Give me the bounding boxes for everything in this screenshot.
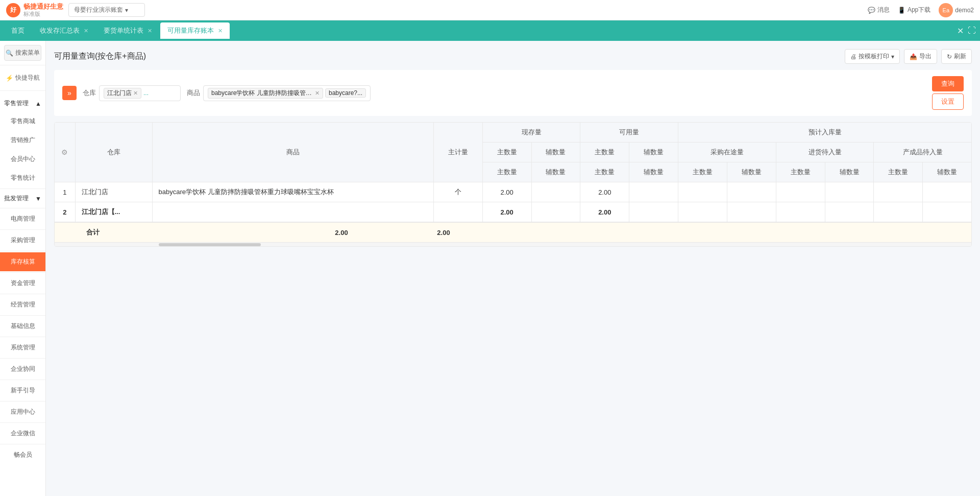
message-btn[interactable]: 💬 消息 xyxy=(868,6,890,14)
sidebar-item-purchase[interactable]: 采购管理 xyxy=(0,231,45,250)
close-window-icon[interactable]: ✕ xyxy=(957,26,964,36)
chevron-down-icon: ▼ xyxy=(35,195,41,202)
col-h-cm: 主数量 xyxy=(482,162,531,182)
sidebar-item-finance[interactable]: 资金管理 xyxy=(0,274,45,293)
cell-purchase-main-1 xyxy=(678,182,727,202)
refresh-icon: ↻ xyxy=(947,53,952,60)
sidebar-search: 🔍 搜索菜单 xyxy=(0,41,45,65)
chevron-up-icon: ▲ xyxy=(35,100,41,107)
top-bar-left: 好 畅捷通好生意 标准版 母婴行业演示账套 ▾ xyxy=(6,3,145,17)
settings-icon[interactable]: ⚙ xyxy=(61,148,68,156)
col-forecast-header: 预计入库量 xyxy=(678,123,971,143)
sidebar-group-retail[interactable]: 零售管理 ▲ xyxy=(0,95,45,112)
warehouse-more-btn[interactable]: ... xyxy=(143,89,149,97)
tab-home[interactable]: 首页 xyxy=(4,22,32,39)
cell-product-1: babycare学饮杯 儿童防摔防撞吸管杯重力球吸嘴杯宝宝水杯 xyxy=(152,182,433,202)
cell-production-main-2 xyxy=(874,202,923,222)
remove-product-tag-1[interactable]: ✕ xyxy=(315,90,320,97)
sidebar-item-enterprise[interactable]: 企业协同 xyxy=(0,360,45,379)
col-production-pending-header: 产成品待入量 xyxy=(874,143,971,162)
cell-inbound-aux-1 xyxy=(825,182,874,202)
warehouse-filter: 仓库 江北门店 ✕ ... xyxy=(83,85,181,101)
warehouse-tag: 江北门店 ✕ xyxy=(104,88,141,99)
col-current-main: 主数量 xyxy=(482,143,531,162)
product-tag-1: babycare学饮杯 儿童防摔防撞吸管杯重力球吸嘴杯宝宝水杯 ✕ xyxy=(208,88,323,99)
sidebar-item-marketing[interactable]: 营销推广 xyxy=(0,131,45,150)
cell-inbound-aux-2 xyxy=(825,202,874,222)
sidebar-item-system[interactable]: 系统管理 xyxy=(0,338,45,357)
cell-current-aux-1 xyxy=(531,182,580,202)
export-btn[interactable]: 📤 导出 xyxy=(904,49,937,64)
col-warehouse-header: 仓库 xyxy=(75,123,152,182)
message-icon: 💬 xyxy=(868,7,875,14)
sidebar-item-ecommerce[interactable]: 电商管理 xyxy=(0,209,45,228)
top-bar-right: 💬 消息 📱 App下载 Ea demo2 xyxy=(868,3,974,17)
lightning-icon: ⚡ xyxy=(6,75,13,82)
col-unit-header: 主计量 xyxy=(433,123,482,182)
col-h-pa: 辅数量 xyxy=(727,162,776,182)
sidebar-item-quick-nav[interactable]: ⚡ 快捷导航 xyxy=(0,69,45,86)
tab-bar-right: ✕ ⛶ xyxy=(957,26,976,36)
app-download-btn[interactable]: 📱 App下载 xyxy=(898,6,930,14)
sidebar-item-member[interactable]: 畅会员 xyxy=(0,445,45,464)
cell-production-aux-1 xyxy=(923,182,971,202)
table-row: 2 江北门店【... 2.00 2.00 xyxy=(55,202,971,222)
user-area[interactable]: Ea demo2 xyxy=(939,3,974,17)
filter-actions: 查询 设置 xyxy=(932,76,964,110)
horizontal-scrollbar[interactable] xyxy=(55,242,971,246)
cell-index-1: 1 xyxy=(55,182,75,202)
print-dropdown-icon: ▾ xyxy=(891,53,894,60)
cell-production-main-1 xyxy=(874,182,923,202)
tab-close-receipts[interactable]: ✕ xyxy=(84,28,88,34)
print-btn[interactable]: 🖨 按模板打印 ▾ xyxy=(845,49,900,64)
summary-available-main: 2.00 xyxy=(418,229,469,237)
sidebar-item-apps[interactable]: 应用中心 xyxy=(0,403,45,421)
product-filter: 商品 babycare学饮杯 儿童防摔防撞吸管杯重力球吸嘴杯宝宝水杯 ✕ bab… xyxy=(187,85,371,101)
remove-warehouse-tag[interactable]: ✕ xyxy=(133,90,138,97)
warehouse-label: 仓库 xyxy=(83,88,96,98)
table-row: 1 江北门店 babycare学饮杯 儿童防摔防撞吸管杯重力球吸嘴杯宝宝水杯 个… xyxy=(55,182,971,202)
query-btn[interactable]: 查询 xyxy=(932,76,964,91)
col-gear: ⚙ xyxy=(55,123,75,182)
chevron-down-icon: ▾ xyxy=(125,7,128,14)
avatar: Ea xyxy=(939,3,953,17)
table-container: ⚙ 仓库 商品 主计量 现存量 可用量 预计入库量 主数量 辅数量 xyxy=(54,122,972,247)
col-purchase-transit-header: 采购在途量 xyxy=(678,143,776,162)
sidebar-item-members[interactable]: 会员中心 xyxy=(0,150,45,169)
cell-available-main-2: 2.00 xyxy=(580,202,629,222)
tab-available-stock[interactable]: 可用量库存账本 ✕ xyxy=(160,22,230,39)
logo-text: 畅捷通好生意 标准版 xyxy=(23,3,63,17)
cell-product-2 xyxy=(152,202,433,222)
expand-icon[interactable]: ⛶ xyxy=(968,26,976,35)
sidebar-item-wechat[interactable]: 企业微信 xyxy=(0,424,45,443)
industry-select[interactable]: 母婴行业演示账套 ▾ xyxy=(68,3,145,17)
sidebar-item-retail-stats[interactable]: 零售统计 xyxy=(0,169,45,187)
tab-close-available-stock[interactable]: ✕ xyxy=(218,28,223,34)
sidebar-item-retail-mall[interactable]: 零售商城 xyxy=(0,112,45,131)
warehouse-value-area[interactable]: 江北门店 ✕ ... xyxy=(99,85,181,101)
cell-purchase-aux-2 xyxy=(727,202,776,222)
logo-icon: 好 xyxy=(6,3,20,17)
cell-available-main-1: 2.00 xyxy=(580,182,629,202)
cell-index-2: 2 xyxy=(55,202,75,222)
sidebar-group-wholesale[interactable]: 批发管理 ▼ xyxy=(0,190,45,207)
page-header: 可用量查询(按仓库+商品) 🖨 按模板打印 ▾ 📤 导出 ↻ 刷新 xyxy=(54,49,972,64)
col-available-aux: 辅数量 xyxy=(629,143,678,162)
tab-receipts[interactable]: 收发存汇总表 ✕ xyxy=(33,22,95,39)
sidebar-item-basics[interactable]: 基础信息 xyxy=(0,317,45,336)
product-value-area[interactable]: babycare学饮杯 儿童防摔防撞吸管杯重力球吸嘴杯宝宝水杯 ✕ babyca… xyxy=(203,85,371,101)
tab-order-summary[interactable]: 要货单统计表 ✕ xyxy=(96,22,159,39)
col-h-im: 主数量 xyxy=(776,162,825,182)
settings-btn[interactable]: 设置 xyxy=(932,93,964,110)
search-menu-btn[interactable]: 🔍 搜索菜单 xyxy=(4,45,41,61)
col-available-main: 主数量 xyxy=(580,143,629,162)
tab-close-order-summary[interactable]: ✕ xyxy=(148,28,152,34)
refresh-btn[interactable]: ↻ 刷新 xyxy=(941,49,972,64)
filter-expand-btn[interactable]: » xyxy=(62,86,77,100)
col-current-stock-header: 现存量 xyxy=(482,123,580,143)
col-h-pm: 主数量 xyxy=(678,162,727,182)
sidebar-item-inventory[interactable]: 库存核算 xyxy=(0,252,45,271)
col-h-ia: 辅数量 xyxy=(825,162,874,182)
sidebar-item-guide[interactable]: 新手引导 xyxy=(0,381,45,400)
sidebar-item-operations[interactable]: 经营管理 xyxy=(0,295,45,314)
